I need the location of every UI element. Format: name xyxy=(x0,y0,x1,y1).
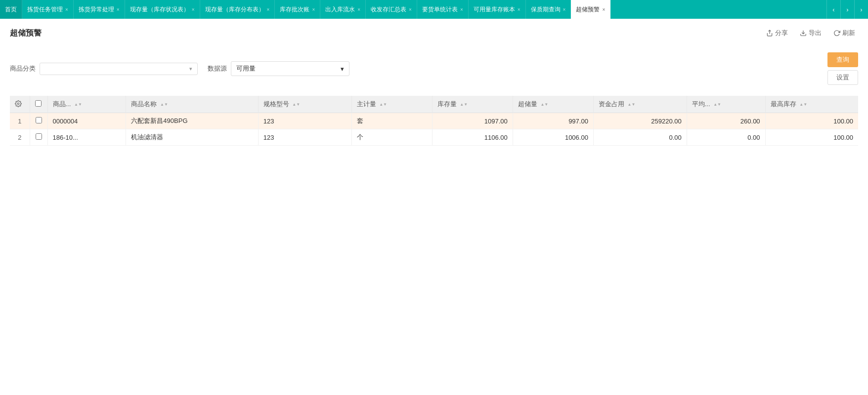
nav-close-pick-exception[interactable]: × xyxy=(117,7,120,12)
th-checkbox[interactable] xyxy=(30,96,47,113)
filter-bar: 商品分类 ▾ 数据源 可用量 ▾ 查询 设置 xyxy=(10,47,858,90)
td-max-stock-1: 100.00 xyxy=(765,113,858,129)
nav-item-pick-task[interactable]: 拣货任务管理 × xyxy=(22,0,74,19)
th-overstock-label: 超储量 xyxy=(518,100,537,108)
nav-item-pick-exception[interactable]: 拣货异常处理 × xyxy=(74,0,125,19)
td-index-2: 2 xyxy=(10,129,30,146)
td-name-1: 六配套新昌490BPG xyxy=(126,113,258,129)
nav-label-batch-account: 库存批次账 xyxy=(280,5,309,14)
th-name[interactable]: 商品名称 ▲▼ xyxy=(126,96,258,113)
th-spec-sort: ▲▼ xyxy=(292,103,300,107)
th-gear[interactable] xyxy=(10,96,30,113)
nav-item-batch-account[interactable]: 库存批次账 × xyxy=(275,0,320,19)
nav-arrows: ‹ › › xyxy=(826,0,868,19)
filter-buttons: 查询 设置 xyxy=(827,52,858,85)
refresh-icon xyxy=(833,30,840,37)
nav-close-batch-account[interactable]: × xyxy=(312,7,315,12)
nav-item-available-stock[interactable]: 可用量库存账本 × xyxy=(469,0,526,19)
table-row: 1 0000004 六配套新昌490BPG 123 套 1097.00 997.… xyxy=(10,113,858,129)
th-stock-sort: ▲▼ xyxy=(460,103,468,107)
th-avg[interactable]: 平均... ▲▼ xyxy=(687,96,765,113)
td-spec-1: 123 xyxy=(258,113,351,129)
nav-arrow-more[interactable]: › xyxy=(854,0,868,19)
nav-close-inventory-dist[interactable]: × xyxy=(267,7,270,12)
source-select[interactable]: 可用量 ▾ xyxy=(231,61,349,76)
nav-item-collection[interactable]: 收发存汇总表 × xyxy=(366,0,417,19)
nav-close-available-stock[interactable]: × xyxy=(518,7,521,12)
nav-item-order-stats[interactable]: 要货单统计表 × xyxy=(417,0,469,19)
th-stock[interactable]: 库存量 ▲▼ xyxy=(432,96,513,113)
nav-label-pick-task: 拣货任务管理 xyxy=(27,5,63,14)
row-checkbox-1[interactable] xyxy=(36,117,42,123)
nav-arrow-right[interactable]: › xyxy=(840,0,854,19)
nav-close-collection[interactable]: × xyxy=(409,7,412,12)
nav-label-pick-exception: 拣货异常处理 xyxy=(79,5,114,14)
td-avg-2: 0.00 xyxy=(687,129,765,146)
th-spec[interactable]: 规格型号 ▲▼ xyxy=(258,96,351,113)
page-title: 超储预警 xyxy=(10,28,42,39)
row-checkbox-2[interactable] xyxy=(36,133,42,140)
nav-item-home[interactable]: 首页 xyxy=(0,0,22,19)
nav-item-overstock[interactable]: 超储预警 × xyxy=(571,0,610,19)
td-checkbox-2[interactable] xyxy=(30,129,47,146)
th-code-label: 商品... xyxy=(53,100,71,108)
share-label: 分享 xyxy=(775,29,788,38)
table-row: 2 186-10... 机油滤清器 123 个 1106.00 1006.00 … xyxy=(10,129,858,146)
category-label: 商品分类 xyxy=(10,64,36,73)
data-table: 商品... ▲▼ 商品名称 ▲▼ 规格型号 ▲▼ 主计量 ▲▼ 库存量 ▲▼ xyxy=(10,96,858,146)
gear-icon xyxy=(15,100,22,107)
nav-label-inventory-dist: 现存量（库存分布表） xyxy=(205,5,264,14)
share-button[interactable]: 分享 xyxy=(763,27,791,40)
td-overstock-2: 1006.00 xyxy=(513,129,593,146)
source-value: 可用量 xyxy=(236,64,256,73)
td-checkbox-1[interactable] xyxy=(30,113,47,129)
nav-label-inventory-status: 现存量（库存状况表） xyxy=(130,5,189,14)
th-overstock[interactable]: 超储量 ▲▼ xyxy=(513,96,593,113)
filter-controls: 商品分类 ▾ 数据源 可用量 ▾ xyxy=(10,61,818,76)
export-label: 导出 xyxy=(809,29,822,38)
nav-close-overstock[interactable]: × xyxy=(602,7,605,12)
th-avg-label: 平均... xyxy=(692,100,710,108)
nav-item-inout-flow[interactable]: 出入库流水 × xyxy=(320,0,366,19)
top-nav: 首页 拣货任务管理 × 拣货异常处理 × 现存量（库存状况表） × 现存量（库存… xyxy=(0,0,868,19)
category-arrow-icon: ▾ xyxy=(189,66,192,72)
svg-point-2 xyxy=(17,103,19,105)
source-filter: 数据源 可用量 ▾ xyxy=(208,61,349,76)
query-button[interactable]: 查询 xyxy=(827,52,858,67)
refresh-button[interactable]: 刷新 xyxy=(830,27,858,40)
nav-arrow-left[interactable]: ‹ xyxy=(826,0,840,19)
th-unit-label: 主计量 xyxy=(357,100,376,108)
nav-item-inventory-status[interactable]: 现存量（库存状况表） × xyxy=(125,0,200,19)
select-all-checkbox[interactable] xyxy=(35,100,42,107)
nav-close-pick-task[interactable]: × xyxy=(65,7,68,12)
td-capital-1: 259220.00 xyxy=(593,113,687,129)
nav-label-home: 首页 xyxy=(5,5,17,14)
td-max-stock-2: 100.00 xyxy=(765,129,858,146)
export-icon xyxy=(800,30,807,37)
th-max-stock-label: 最高库存 xyxy=(771,100,796,108)
nav-item-expiry[interactable]: 保质期查询 × xyxy=(526,0,571,19)
th-code[interactable]: 商品... ▲▼ xyxy=(47,96,126,113)
export-button[interactable]: 导出 xyxy=(797,27,825,40)
th-name-sort: ▲▼ xyxy=(160,103,168,107)
category-select[interactable]: ▾ xyxy=(40,63,198,75)
nav-close-inventory-status[interactable]: × xyxy=(192,7,195,12)
setting-button[interactable]: 设置 xyxy=(827,70,858,85)
nav-close-inout-flow[interactable]: × xyxy=(357,7,360,12)
category-filter: 商品分类 ▾ xyxy=(10,63,198,75)
td-unit-2: 个 xyxy=(351,129,432,146)
td-unit-1: 套 xyxy=(351,113,432,129)
th-capital[interactable]: 资金占用 ▲▼ xyxy=(593,96,687,113)
td-stock-2: 1106.00 xyxy=(432,129,513,146)
refresh-label: 刷新 xyxy=(842,29,855,38)
th-unit[interactable]: 主计量 ▲▼ xyxy=(351,96,432,113)
table-header-row: 商品... ▲▼ 商品名称 ▲▼ 规格型号 ▲▼ 主计量 ▲▼ 库存量 ▲▼ xyxy=(10,96,858,113)
nav-item-inventory-dist[interactable]: 现存量（库存分布表） × xyxy=(200,0,275,19)
nav-close-order-stats[interactable]: × xyxy=(460,7,463,12)
th-max-stock[interactable]: 最高库存 ▲▼ xyxy=(765,96,858,113)
page-header: 超储预警 分享 导出 刷新 xyxy=(10,27,858,40)
header-actions: 分享 导出 刷新 xyxy=(763,27,858,40)
td-capital-2: 0.00 xyxy=(593,129,687,146)
nav-close-expiry[interactable]: × xyxy=(563,7,566,12)
th-capital-sort: ▲▼ xyxy=(628,103,636,107)
